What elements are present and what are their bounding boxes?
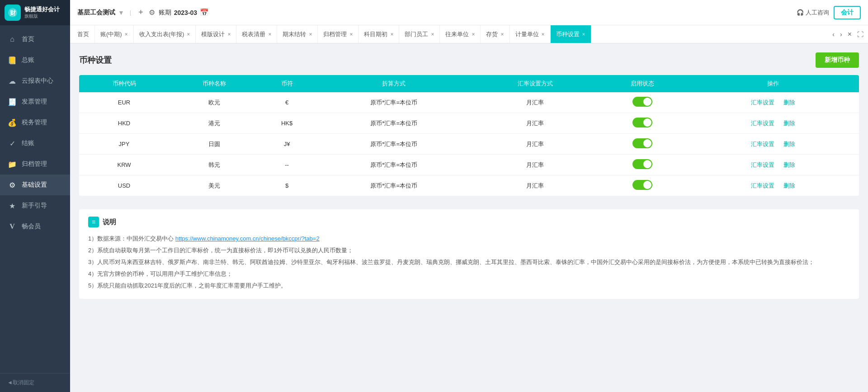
- tab-template-close[interactable]: ×: [227, 31, 231, 38]
- tab-counterparty[interactable]: 往来单位 ×: [440, 25, 481, 43]
- tab-tax-close[interactable]: ×: [268, 31, 271, 38]
- toggle-enabled[interactable]: [632, 118, 652, 128]
- rate-setting-link[interactable]: 汇率设置: [751, 161, 774, 168]
- sidebar-item-checkout[interactable]: ✓ 结账: [0, 133, 70, 154]
- notes-link[interactable]: https://www.chinamoney.com.cn/chinese/bk…: [175, 235, 320, 242]
- notes-title: ≡ 说明: [88, 217, 850, 227]
- tab-unit-close[interactable]: ×: [542, 31, 545, 38]
- cell-actions: 汇率设置 删除: [688, 113, 859, 134]
- tab-home[interactable]: 首页: [72, 25, 95, 43]
- sidebar-item-settings[interactable]: ⚙ 基础设置: [0, 175, 70, 195]
- tab-template-label: 模版设计: [201, 30, 225, 38]
- rate-setting-link[interactable]: 汇率设置: [751, 120, 774, 127]
- tab-dept[interactable]: 部门员工 ×: [399, 25, 440, 43]
- tab-unit-label: 计量单位: [515, 30, 539, 38]
- cell-symbol: --: [259, 155, 315, 175]
- tab-inventory-close[interactable]: ×: [500, 31, 504, 38]
- tab-subjects-close[interactable]: ×: [390, 31, 393, 38]
- cell-actions: 汇率设置 删除: [688, 92, 859, 113]
- table-row: JPY 日圆 J¥ 原币*汇率=本位币 月汇率 汇率设置 删除: [79, 134, 859, 155]
- tab-archive-close[interactable]: ×: [349, 31, 353, 38]
- notes-item: 3）人民币对马来西亚林吉特、俄罗斯卢布、南非兰特、韩元、阿联酋迪拉姆、沙特里亚尔…: [88, 256, 850, 268]
- calendar-icon[interactable]: 📅: [200, 8, 209, 17]
- tab-next-btn[interactable]: ›: [837, 29, 845, 40]
- rate-setting-link[interactable]: 汇率设置: [751, 99, 774, 106]
- sidebar-pin-toggle[interactable]: ◄取消固定: [0, 373, 70, 392]
- sidebar-item-home[interactable]: ⌂ 首页: [0, 29, 70, 50]
- tab-period-end-label: 期末结转: [283, 30, 306, 38]
- col-calc: 折算方式: [315, 75, 473, 92]
- toggle-enabled[interactable]: [632, 138, 652, 148]
- delete-link[interactable]: 删除: [783, 141, 795, 147]
- tab-counterparty-close[interactable]: ×: [472, 31, 475, 38]
- tab-fullscreen-btn[interactable]: ⛶: [854, 29, 866, 40]
- tab-period[interactable]: 账(中期) ×: [95, 25, 134, 43]
- tab-template[interactable]: 模版设计 ×: [196, 25, 236, 43]
- home-icon: ⌂: [7, 34, 17, 44]
- tab-unit[interactable]: 计量单位 ×: [510, 25, 551, 43]
- tab-period-close[interactable]: ×: [125, 31, 128, 38]
- company-selector[interactable]: 基层工会测试 ▼: [77, 9, 124, 17]
- tab-annual-report[interactable]: 收入支出表(年报) ×: [134, 25, 196, 43]
- col-name: 币种名称: [169, 75, 259, 92]
- tab-annual-report-close[interactable]: ×: [187, 31, 190, 38]
- sidebar-label-settings: 基础设置: [22, 181, 47, 189]
- tab-archive[interactable]: 归档管理 ×: [318, 25, 359, 43]
- cell-calc: 原币*汇率=本位币: [315, 155, 473, 175]
- new-currency-button[interactable]: 新增币种: [816, 52, 859, 68]
- settings-icon: ⚙: [7, 180, 17, 190]
- tab-close-all-btn[interactable]: ×: [845, 28, 854, 40]
- tab-archive-label: 归档管理: [323, 30, 347, 38]
- topbar-separator: |: [130, 9, 131, 16]
- col-status: 启用状态: [597, 75, 687, 92]
- consult-button[interactable]: 🎧 人工咨询: [797, 9, 829, 17]
- delete-link[interactable]: 删除: [783, 161, 795, 168]
- tab-period-end[interactable]: 期末结转 ×: [277, 25, 318, 43]
- cell-code: HKD: [79, 113, 169, 134]
- toggle-enabled[interactable]: [632, 97, 652, 107]
- sidebar-item-invoice[interactable]: 🧾 发票管理: [0, 91, 70, 112]
- sidebar-item-member[interactable]: V 畅会员: [0, 216, 70, 237]
- tab-inventory-label: 存货: [486, 30, 498, 38]
- delete-link[interactable]: 删除: [783, 99, 795, 106]
- add-company-btn[interactable]: +: [137, 8, 145, 17]
- sidebar-label-member: 畅会员: [22, 222, 41, 231]
- delete-link[interactable]: 删除: [783, 120, 795, 127]
- tab-inventory[interactable]: 存货 ×: [481, 25, 509, 43]
- toggle-enabled[interactable]: [632, 180, 652, 190]
- page-content: 币种设置 新增币种 币种代码 币种名称 币符 折算方式 汇率设置方式 启用状态 …: [70, 43, 868, 392]
- app-logo-icon: 财: [5, 5, 21, 21]
- kuaiji-button[interactable]: 会计: [834, 6, 861, 19]
- topbar-settings-icon[interactable]: ⚙: [149, 8, 155, 17]
- tab-currency-close[interactable]: ×: [582, 31, 585, 38]
- sidebar-item-tax[interactable]: 💰 税务管理: [0, 112, 70, 133]
- tab-tax[interactable]: 税表清册 ×: [236, 25, 277, 43]
- tab-currency[interactable]: 币种设置 ×: [551, 25, 591, 43]
- tax-icon: 💰: [7, 118, 17, 128]
- cell-name: 港元: [169, 113, 259, 134]
- tab-prev-btn[interactable]: ‹: [830, 29, 837, 40]
- cell-symbol: €: [259, 92, 315, 113]
- cell-code: KRW: [79, 155, 169, 175]
- period-display: 账期 2023-03 📅: [159, 8, 209, 17]
- table-row: EUR 欧元 € 原币*汇率=本位币 月汇率 汇率设置 删除: [79, 92, 859, 113]
- cell-actions: 汇率设置 删除: [688, 175, 859, 196]
- tab-period-label: 账(中期): [100, 30, 122, 38]
- delete-link[interactable]: 删除: [783, 182, 795, 189]
- sidebar-item-archive[interactable]: 📁 归档管理: [0, 154, 70, 175]
- sidebar-item-guide[interactable]: ★ 新手引导: [0, 195, 70, 216]
- rate-setting-link[interactable]: 汇率设置: [751, 141, 774, 147]
- tab-subjects[interactable]: 科目期初 ×: [359, 25, 399, 43]
- toggle-enabled[interactable]: [632, 159, 652, 169]
- topbar-actions: 🎧 人工咨询 会计: [797, 6, 861, 19]
- cell-rate-type: 月汇率: [473, 175, 597, 196]
- sidebar-item-ledger[interactable]: 📒 总账: [0, 50, 70, 71]
- sidebar-item-reports[interactable]: ☁ 云报表中心: [0, 71, 70, 91]
- tab-period-end-close[interactable]: ×: [309, 31, 312, 38]
- cell-rate-type: 月汇率: [473, 155, 597, 175]
- rate-setting-link[interactable]: 汇率设置: [751, 182, 774, 189]
- archive-icon: 📁: [7, 159, 17, 169]
- tab-dept-close[interactable]: ×: [431, 31, 434, 38]
- cell-status: [597, 155, 687, 175]
- cell-calc: 原币*汇率=本位币: [315, 175, 473, 196]
